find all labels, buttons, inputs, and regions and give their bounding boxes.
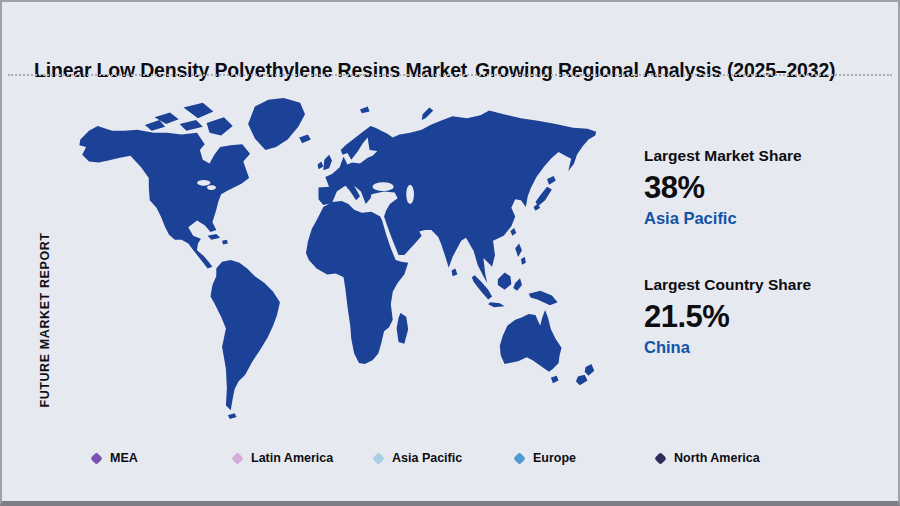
stat-region: Asia Pacific — [644, 209, 894, 228]
legend-dot-icon — [90, 452, 103, 465]
legend-label: North America — [674, 451, 760, 465]
legend-dot-icon — [513, 452, 526, 465]
legend-label: Europe — [533, 451, 576, 465]
legend-dot-icon — [654, 452, 667, 465]
world-map-svg — [62, 94, 602, 422]
arctic-islands — [145, 103, 233, 136]
stat-label: Largest Market Share — [644, 146, 894, 165]
infographic-canvas: Linear Low Density Polyethylene Resins M… — [0, 0, 900, 506]
legend: MEA Latin America Asia Pacific Europe No… — [2, 448, 900, 468]
legend-item-latin-america: Latin America — [233, 448, 333, 468]
stat-region: China — [644, 338, 894, 357]
great-lakes — [197, 180, 211, 186]
stat-market-share: Largest Market Share 38% Asia Pacific — [644, 146, 894, 228]
world-map — [62, 94, 602, 422]
legend-item-north-america: North America — [656, 448, 760, 468]
page-title: Linear Low Density Polyethylene Resins M… — [34, 59, 467, 82]
stat-label: Largest Country Share — [644, 275, 894, 294]
title-divider — [8, 74, 892, 76]
continents — [79, 98, 596, 419]
southeast-asia-islands — [452, 269, 558, 308]
great-lakes-east — [207, 185, 216, 190]
stats-panel: Largest Market Share 38% Asia Pacific La… — [644, 146, 894, 404]
legend-item-mea: MEA — [92, 448, 138, 468]
stat-country-share: Largest Country Share 21.5% China — [644, 275, 894, 357]
legend-item-asia-pacific: Asia Pacific — [374, 448, 462, 468]
legend-label: MEA — [110, 451, 138, 465]
legend-label: Latin America — [251, 451, 333, 465]
continent-north-america — [79, 126, 250, 269]
legend-dot-icon — [372, 452, 385, 465]
continent-south-america — [211, 260, 280, 419]
brand-vertical-label: FUTURE MARKET REPORT — [38, 232, 52, 407]
greenland — [248, 98, 311, 150]
continent-oceania — [500, 310, 595, 385]
legend-dot-icon — [231, 452, 244, 465]
caribbean-islands — [208, 234, 228, 245]
caspian-sea — [406, 185, 414, 204]
legend-label: Asia Pacific — [392, 451, 462, 465]
stat-value: 21.5% — [644, 299, 894, 335]
stat-value: 38% — [644, 170, 894, 206]
legend-item-europe: Europe — [515, 448, 576, 468]
black-sea — [373, 182, 394, 191]
page-subtitle: Growing Regional Analysis (2025–2032) — [475, 59, 835, 82]
